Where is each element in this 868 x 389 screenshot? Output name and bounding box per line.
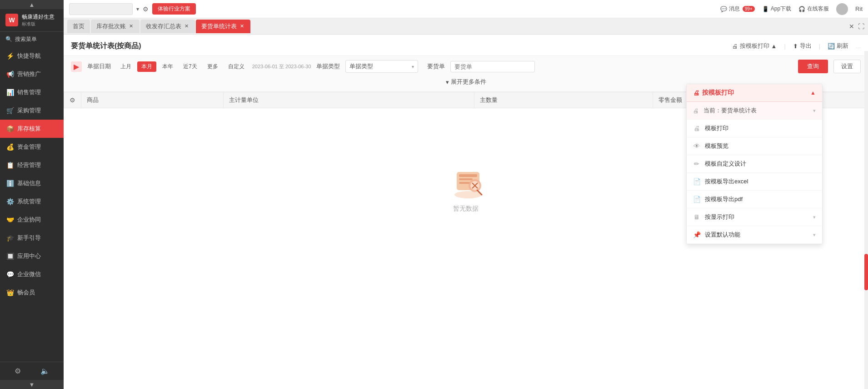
app-download-button[interactable]: 📱 App下载 xyxy=(762,5,791,13)
dropdown-current-template[interactable]: 🖨 当前：要货单统计表 ▾ xyxy=(687,102,822,120)
window-close-button[interactable]: ✕ xyxy=(849,23,854,30)
current-template-icon: 🖨 xyxy=(693,107,699,114)
print-button[interactable]: 🖨 按模板打印 ▲ xyxy=(728,40,781,52)
date-this-month-button[interactable]: 本月 xyxy=(137,61,156,72)
set-default-icon: 📌 xyxy=(693,231,700,238)
dropdown-collapse-icon[interactable]: ▲ xyxy=(810,90,816,96)
filter-goods-tag-input[interactable] xyxy=(450,61,535,72)
sidebar-search[interactable]: 🔍 搜索菜单 xyxy=(0,32,64,47)
sidebar-item-corp[interactable]: 🤝 企业协同 xyxy=(0,211,64,229)
table-header-unit: 主计量单位 xyxy=(224,92,474,108)
tab-collection-summary[interactable]: 收发存汇总表 ✕ xyxy=(140,20,195,33)
template-preview-icon: 👁 xyxy=(693,142,700,150)
filter-date-label: 单据日期 xyxy=(87,62,111,71)
page-title: 要货单统计表(按商品) xyxy=(71,41,141,51)
current-template-arrow-icon: ▾ xyxy=(813,108,816,114)
page-content: 要货单统计表(按商品) 🖨 按模板打印 ▲ | ⬆ 导出 | 🔄 刷新 ... xyxy=(64,35,868,389)
tab-close-inventory-batch[interactable]: ✕ xyxy=(128,23,134,30)
marketing-icon: 📢 xyxy=(6,71,14,78)
dropdown-item-template-design[interactable]: ✏ 模板自定义设计 xyxy=(687,155,822,173)
sidebar-item-app-center[interactable]: 🔲 应用中心 xyxy=(0,247,64,265)
dropdown-item-set-default[interactable]: 📌 设置默认功能 ▾ xyxy=(687,226,822,244)
filter-settings-button[interactable]: 设置 xyxy=(833,60,861,73)
tab-order-stats[interactable]: 要货单统计表 ✕ xyxy=(196,20,250,33)
trial-button[interactable]: 体验行业方案 xyxy=(152,3,196,15)
dropdown-item-template-preview[interactable]: 👁 模板预览 xyxy=(687,137,822,155)
search-icon: 🔍 xyxy=(5,36,12,42)
sidebar-scroll-up[interactable]: ▲ xyxy=(0,0,64,9)
purchase-icon: 🛒 xyxy=(6,107,14,114)
dropdown-item-export-excel[interactable]: 📄 按模板导出excel xyxy=(687,173,822,191)
audio-bottom-icon[interactable]: 🔈 xyxy=(40,367,50,375)
export-icon: ⬆ xyxy=(793,43,798,50)
date-prev-month-button[interactable]: 上月 xyxy=(116,61,135,72)
ops-icon: 📋 xyxy=(6,162,14,169)
sidebar-scroll-down[interactable]: ▼ xyxy=(0,380,64,389)
topbar-settings-icon[interactable]: ⚙ xyxy=(143,5,149,13)
sidebar-logo: W 畅康通好生意 标准版 xyxy=(0,9,64,32)
filter-date-range: 2023-06-01 至 2023-06-30 xyxy=(252,63,311,70)
expand-conditions-button[interactable]: ▾ 展开更多条件 xyxy=(442,76,490,88)
date-more-button[interactable]: 更多 xyxy=(203,61,222,72)
svg-rect-4 xyxy=(459,182,470,184)
sidebar-item-fund[interactable]: 💰 资金管理 xyxy=(0,138,64,156)
empty-text: 暂无数据 xyxy=(453,205,479,213)
refresh-button[interactable]: 🔄 刷新 xyxy=(824,40,852,52)
newbie-icon: 🎓 xyxy=(6,234,14,242)
print-dropdown-menu: 🖨 按模板打印 ▲ 🖨 当前：要货单统计表 ▾ 🖨 模板打印 👁 模板预览 xyxy=(686,84,823,244)
filter-order-type-label: 单据类型 xyxy=(316,62,340,71)
dropdown-item-export-pdf[interactable]: 📄 按模板导出pdf xyxy=(687,191,822,208)
sidebar-item-marketing[interactable]: 📢 营销推广 xyxy=(0,65,64,83)
query-button[interactable]: 查询 xyxy=(798,60,828,73)
date-last7-button[interactable]: 近7天 xyxy=(179,61,201,72)
app-download-icon: 📱 xyxy=(762,6,769,12)
sidebar-item-sales[interactable]: 📊 销售管理 xyxy=(0,83,64,101)
online-service-button[interactable]: 🎧 在线客服 xyxy=(798,5,829,13)
date-this-year-button[interactable]: 本年 xyxy=(158,61,177,72)
sidebar-item-inventory[interactable]: 📦 库存核算 xyxy=(0,120,64,138)
window-expand-button[interactable]: ⛶ xyxy=(858,23,864,30)
display-print-arrow-icon: ▾ xyxy=(813,214,816,220)
sidebar-item-purchase[interactable]: 🛒 采购管理 xyxy=(0,101,64,120)
table-settings-gear-icon[interactable]: ⚙ xyxy=(70,96,75,104)
sidebar-item-quick-nav[interactable]: ⚡ 快捷导航 xyxy=(0,47,64,65)
topbar-right: 💬 消息 99+ 📱 App下载 🎧 在线客服 Rit xyxy=(720,3,863,15)
sidebar-item-member[interactable]: 👑 畅会员 xyxy=(0,283,64,302)
dropdown-item-template-print[interactable]: 🖨 模板打印 xyxy=(687,120,822,137)
user-avatar[interactable] xyxy=(836,3,848,15)
dropdown-header: 🖨 按模板打印 ▲ xyxy=(687,84,822,102)
settings-bottom-icon[interactable]: ⚙ xyxy=(15,367,21,375)
online-service-icon: 🎧 xyxy=(798,6,805,12)
sidebar-item-system[interactable]: ⚙️ 系统管理 xyxy=(0,192,64,211)
scrollbar-thumb[interactable] xyxy=(864,254,868,290)
app-center-icon: 🔲 xyxy=(6,253,14,260)
filter-goods-tag-label: 要货单 xyxy=(427,62,445,71)
export-button[interactable]: ⬆ 导出 xyxy=(789,40,815,52)
refresh-icon: 🔄 xyxy=(828,43,835,50)
sidebar-item-newbie[interactable]: 🎓 新手引导 xyxy=(0,229,64,247)
user-name: Rit xyxy=(855,5,863,12)
tab-close-collection-summary[interactable]: ✕ xyxy=(183,23,190,30)
message-button[interactable]: 💬 消息 99+ xyxy=(720,5,755,13)
template-print-icon: 🖨 xyxy=(693,125,700,132)
sidebar-item-basic[interactable]: ℹ️ 基础信息 xyxy=(0,174,64,192)
tab-home[interactable]: 首页 xyxy=(67,20,90,33)
sidebar-item-wechat[interactable]: 💬 企业微信 xyxy=(0,265,64,283)
filter-date-group: 上月 本月 本年 近7天 更多 自定义 2023-06-01 至 2023-06… xyxy=(116,61,311,72)
topbar-dropdown-button[interactable]: ▾ xyxy=(136,6,139,12)
system-icon: ⚙️ xyxy=(6,198,14,205)
svg-rect-2 xyxy=(459,174,477,177)
dropdown-item-display-print[interactable]: 🖥 按显示打印 ▾ xyxy=(687,208,822,226)
export-pdf-icon: 📄 xyxy=(693,196,700,203)
tab-inventory-batch[interactable]: 库存批次账 ✕ xyxy=(91,20,140,33)
tab-close-order-stats[interactable]: ✕ xyxy=(239,23,245,30)
date-custom-button[interactable]: 自定义 xyxy=(224,61,249,72)
topbar-search-input[interactable] xyxy=(69,3,133,15)
filter-collapse-icon[interactable]: ▶ xyxy=(71,61,82,72)
scrollbar-track xyxy=(864,51,868,389)
sidebar-item-ops[interactable]: 📋 经营管理 xyxy=(0,156,64,174)
table-header-settings: ⚙ xyxy=(64,92,81,108)
filter-order-type-select[interactable]: 单据类型 ▾ xyxy=(345,60,418,73)
app-name: 畅康通好生意 标准版 xyxy=(22,14,55,27)
page-header: 要货单统计表(按商品) 🖨 按模板打印 ▲ | ⬆ 导出 | 🔄 刷新 ... xyxy=(64,35,868,56)
